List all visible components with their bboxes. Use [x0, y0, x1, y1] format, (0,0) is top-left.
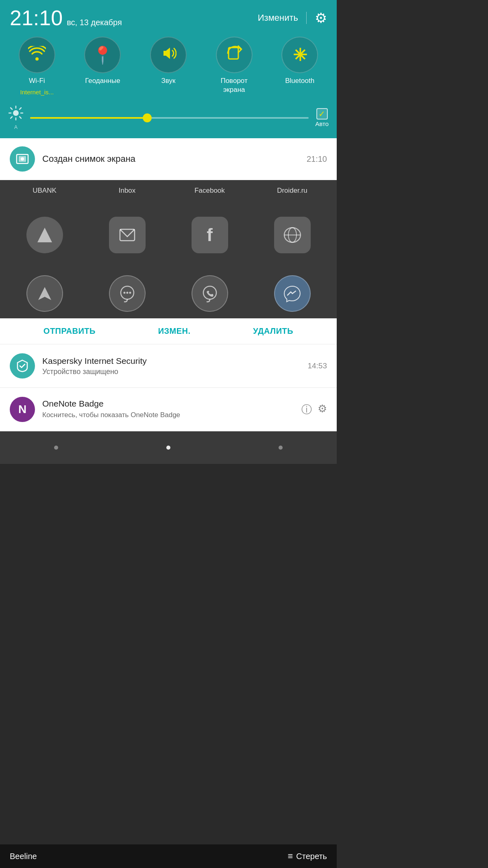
screenshot-notif-icon: [10, 146, 35, 172]
geodata-toggle[interactable]: 📍 Геоданные: [76, 37, 129, 85]
onenote-title: OneNote Badge: [42, 399, 294, 409]
brightness-slider[interactable]: [30, 117, 309, 119]
edit-button[interactable]: Изменить: [258, 13, 298, 23]
wifi-label: Wi-Fi: [29, 76, 45, 85]
quick-settings-panel: 21:10 вс, 13 декабря Изменить ⚙: [0, 0, 337, 138]
svg-point-1: [13, 110, 19, 116]
apps-icons-row: f: [0, 195, 337, 275]
facebook-app-icon[interactable]: f: [192, 217, 228, 253]
rotate-toggle[interactable]: Поворот экрана: [208, 37, 261, 94]
svg-line-9: [20, 108, 21, 109]
screenshot-notif-content: Создан снимок экрана: [42, 154, 299, 164]
sound-label: Звук: [161, 76, 176, 85]
svg-point-23: [203, 286, 216, 299]
messaging-apps-row: [0, 275, 337, 318]
clock: 21:10: [10, 7, 63, 28]
action-buttons-bar: ОТПРАВИТЬ ИЗМЕН. УДАЛИТЬ: [0, 318, 337, 344]
info-icon[interactable]: ⓘ: [301, 402, 312, 417]
brightness-row: A ✓ Авто: [0, 102, 337, 138]
sound-toggle[interactable]: Звук: [142, 37, 195, 85]
ubank-label: UBANK: [4, 187, 85, 195]
navigation-app-icon[interactable]: [26, 275, 63, 312]
screenshot-notif-time: 21:10: [307, 154, 327, 164]
onenote-action-buttons: ⓘ ⚙: [301, 402, 327, 417]
screenshot-notif-title: Создан снимок экрана: [42, 154, 135, 164]
sound-icon: [160, 45, 176, 65]
auto-brightness-toggle[interactable]: ✓ Авто: [315, 108, 329, 127]
svg-point-21: [126, 292, 128, 294]
kaspersky-notification[interactable]: Kaspersky Internet Security Устройство з…: [0, 344, 337, 388]
apps-labels-row: UBANK Inbox Facebook Droider.ru: [0, 180, 337, 195]
lower-background: [0, 431, 337, 464]
rotate-toggle-circle: [216, 37, 253, 73]
page-dot-2: [166, 446, 170, 450]
bluetooth-icon: ✳: [293, 45, 307, 65]
svg-point-12: [21, 157, 24, 161]
bluetooth-toggle[interactable]: ✳ Bluetooth: [273, 37, 326, 85]
settings-icon[interactable]: ⚙: [315, 10, 327, 26]
droider-app-icon[interactable]: [274, 217, 311, 253]
status-bar: 21:10 вс, 13 декабря Изменить ⚙: [0, 0, 337, 33]
svg-line-7: [20, 117, 21, 118]
ubank-app-icon[interactable]: [26, 217, 63, 253]
auto-checkbox: ✓: [316, 108, 328, 120]
inbox-app-icon[interactable]: [109, 217, 146, 253]
onenote-subtitle: Коснитесь, чтобы показать OneNote Badge: [42, 410, 294, 420]
kaspersky-content: Kaspersky Internet Security Устройство з…: [42, 356, 300, 376]
rotate-icon: [225, 44, 243, 66]
onenote-notification[interactable]: N OneNote Badge Коснитесь, чтобы показат…: [0, 388, 337, 431]
wifi-sublabel: Internet_is...: [20, 89, 54, 96]
screenshot-notification[interactable]: Создан снимок экрана 21:10: [0, 138, 337, 180]
time-block: 21:10 вс, 13 декабря: [10, 7, 122, 28]
wifi-toggle[interactable]: Wi-Fi Internet_is...: [11, 37, 63, 96]
share-button[interactable]: ОТПРАВИТЬ: [44, 326, 96, 336]
status-right: Изменить ⚙: [258, 10, 327, 26]
brightness-icon: A: [8, 105, 24, 130]
sound-toggle-circle: [150, 37, 187, 73]
onenote-icon: N: [10, 397, 35, 422]
wifi-icon: [28, 46, 46, 64]
svg-point-22: [129, 292, 131, 294]
inbox-label: Inbox: [87, 187, 168, 195]
bluetooth-label: Bluetooth: [285, 76, 314, 85]
wifi-toggle-circle: [19, 37, 55, 73]
apps-background: UBANK Inbox Facebook Droider.ru f: [0, 180, 337, 318]
svg-line-8: [11, 117, 12, 118]
location-icon: 📍: [92, 45, 113, 65]
droider-label: Droider.ru: [252, 187, 333, 195]
settings-small-icon[interactable]: ⚙: [318, 402, 327, 417]
brightness-fill: [30, 117, 147, 119]
whatsapp-app-icon[interactable]: [192, 275, 228, 312]
notifications-area: Создан снимок экрана 21:10 UBANK Inbox F…: [0, 138, 337, 464]
geodata-toggle-circle: 📍: [84, 37, 121, 73]
kaspersky-title: Kaspersky Internet Security: [42, 356, 300, 366]
auto-label: Авто: [315, 120, 329, 127]
page-dot-3: [279, 446, 283, 450]
svg-point-20: [123, 292, 125, 294]
rotate-label: Поворот экрана: [220, 76, 247, 94]
onenote-content: OneNote Badge Коснитесь, чтобы показать …: [42, 399, 294, 420]
svg-line-6: [11, 108, 12, 109]
viber-app-icon[interactable]: [109, 275, 146, 312]
vertical-divider: [306, 12, 307, 24]
kaspersky-subtitle: Устройство защищено: [42, 368, 300, 376]
kaspersky-icon: [10, 353, 35, 379]
date: вс, 13 декабря: [67, 18, 122, 27]
geodata-label: Геоданные: [85, 76, 120, 85]
toggles-row: Wi-Fi Internet_is... 📍 Геоданные Звук: [0, 33, 337, 102]
svg-marker-18: [38, 287, 51, 300]
bluetooth-toggle-circle: ✳: [281, 37, 318, 73]
kaspersky-time: 14:53: [307, 361, 327, 370]
brightness-thumb[interactable]: [143, 113, 152, 122]
page-dot-1: [54, 446, 58, 450]
facebook-label: Facebook: [169, 187, 250, 195]
delete-button[interactable]: УДАЛИТЬ: [253, 326, 293, 336]
svg-marker-13: [37, 228, 52, 242]
messenger-app-icon[interactable]: [274, 275, 311, 312]
edit-button[interactable]: ИЗМЕН.: [158, 326, 191, 336]
